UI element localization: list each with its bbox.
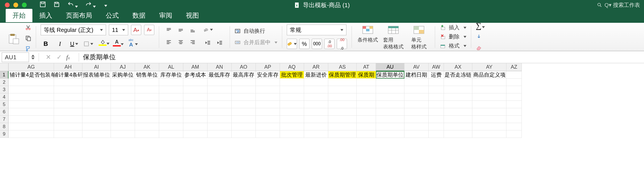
underline-button[interactable]: U: [69, 39, 79, 49]
cell-AN4[interactable]: [207, 93, 232, 101]
cell-AR3[interactable]: [304, 86, 328, 93]
cell-AV1[interactable]: 建档日期: [404, 71, 429, 79]
col-header-AW[interactable]: AW: [429, 63, 444, 71]
cell-AG2[interactable]: [9, 79, 54, 86]
cell-AN9[interactable]: [207, 130, 232, 138]
cell-AJ9[interactable]: [111, 130, 135, 138]
cell-AU1[interactable]: 保质期单位: [376, 71, 404, 79]
col-header-AV[interactable]: AV: [404, 63, 429, 71]
cell-AR1[interactable]: 最新进价: [304, 71, 328, 79]
col-header-AX[interactable]: AX: [444, 63, 472, 71]
cancel-formula-icon[interactable]: ✕: [43, 54, 54, 61]
cell-AO5[interactable]: [232, 101, 256, 108]
cell-AX5[interactable]: [444, 101, 472, 108]
cell-AW2[interactable]: [429, 79, 444, 86]
cell-AI2[interactable]: [82, 79, 111, 86]
cell-AJ2[interactable]: [111, 79, 135, 86]
cell-AP4[interactable]: [256, 93, 280, 101]
cell-AT3[interactable]: [357, 86, 376, 93]
cell-AS7[interactable]: [328, 116, 357, 123]
cell-AP1[interactable]: 安全库存: [256, 71, 280, 79]
cell-AM4[interactable]: [183, 93, 207, 101]
accounting-format-button[interactable]: [287, 39, 297, 49]
row-header-7[interactable]: 7: [0, 116, 9, 123]
cell-AO4[interactable]: [232, 93, 256, 101]
cell-AV2[interactable]: [404, 79, 429, 86]
col-header-AN[interactable]: AN: [207, 63, 232, 71]
insert-cells-button[interactable]: 插入: [440, 24, 466, 31]
cell-AM3[interactable]: [183, 86, 207, 93]
cell-AO7[interactable]: [232, 116, 256, 123]
cell-AW4[interactable]: [429, 93, 444, 101]
cell-AN6[interactable]: [207, 108, 232, 116]
col-header-AT[interactable]: AT: [357, 63, 376, 71]
col-header-AU[interactable]: AU: [376, 63, 404, 71]
cell-AX1[interactable]: 是否走冻链: [444, 71, 472, 79]
col-header-AL[interactable]: AL: [159, 63, 183, 71]
cell-AU3[interactable]: [376, 86, 404, 93]
row-header-3[interactable]: 3: [0, 86, 9, 93]
cell-AO2[interactable]: [232, 79, 256, 86]
cell-AU4[interactable]: [376, 93, 404, 101]
cell-AV7[interactable]: [404, 116, 429, 123]
cell-AV4[interactable]: [404, 93, 429, 101]
cell-AH1[interactable]: 辅计量4条码: [54, 71, 82, 79]
tab-开始[interactable]: 开始: [6, 9, 32, 23]
cell-AL8[interactable]: [159, 123, 183, 130]
align-middle-button[interactable]: [176, 25, 186, 35]
cell-AY1[interactable]: 商品自定义项: [472, 71, 506, 79]
cell-AN1[interactable]: 最低库存: [207, 71, 232, 79]
paste-button[interactable]: [5, 34, 22, 44]
cell-AY5[interactable]: [472, 101, 506, 108]
cell-AR5[interactable]: [304, 101, 328, 108]
cell-AV9[interactable]: [404, 130, 429, 138]
cell-AV8[interactable]: [404, 123, 429, 130]
cell-AJ8[interactable]: [111, 123, 135, 130]
maximize-window-button[interactable]: [22, 3, 27, 7]
search-box[interactable]: Q▾ 搜索工作表: [597, 1, 640, 9]
cell-AM9[interactable]: [183, 130, 207, 138]
cell-AG8[interactable]: [9, 123, 54, 130]
cell-AV5[interactable]: [404, 101, 429, 108]
select-all-corner[interactable]: [0, 63, 9, 71]
cell-AQ7[interactable]: [280, 116, 304, 123]
cell-AG9[interactable]: [9, 130, 54, 138]
cell-AJ4[interactable]: [111, 93, 135, 101]
cell-AN3[interactable]: [207, 86, 232, 93]
fx-icon[interactable]: fx: [66, 54, 70, 61]
close-window-button[interactable]: [5, 3, 10, 7]
row-header-4[interactable]: 4: [0, 93, 9, 101]
col-header-AQ[interactable]: AQ: [280, 63, 304, 71]
cell-AX2[interactable]: [444, 79, 472, 86]
cell-AP2[interactable]: [256, 79, 280, 86]
cell-AT1[interactable]: 保质期: [357, 71, 376, 79]
cell-AN7[interactable]: [207, 116, 232, 123]
cell-AW5[interactable]: [429, 101, 444, 108]
cell-AH5[interactable]: [54, 101, 82, 108]
cell-AN5[interactable]: [207, 101, 232, 108]
cell-AW3[interactable]: [429, 86, 444, 93]
col-header-AJ[interactable]: AJ: [111, 63, 135, 71]
col-header-AO[interactable]: AO: [232, 63, 256, 71]
cell-AH4[interactable]: [54, 93, 82, 101]
row-header-8[interactable]: 8: [0, 123, 9, 130]
cell-AT7[interactable]: [357, 116, 376, 123]
cell-AZ6[interactable]: [506, 108, 522, 116]
cell-AQ3[interactable]: [280, 86, 304, 93]
cell-AR8[interactable]: [304, 123, 328, 130]
font-name-select[interactable]: 等线 Regular (正文): [41, 24, 106, 35]
undo-icon[interactable]: [67, 1, 78, 9]
cell-AP7[interactable]: [256, 116, 280, 123]
italic-button[interactable]: I: [55, 39, 65, 49]
cell-AS1[interactable]: 保质期管理: [328, 71, 357, 79]
cell-AG4[interactable]: [9, 93, 54, 101]
cell-AK7[interactable]: [135, 116, 159, 123]
cell-AK3[interactable]: [135, 86, 159, 93]
cell-AU8[interactable]: [376, 123, 404, 130]
tab-视图[interactable]: 视图: [179, 9, 206, 23]
cell-AU9[interactable]: [376, 130, 404, 138]
row-header-5[interactable]: 5: [0, 101, 9, 108]
cell-AR4[interactable]: [304, 93, 328, 101]
cell-AM5[interactable]: [183, 101, 207, 108]
cell-AL4[interactable]: [159, 93, 183, 101]
